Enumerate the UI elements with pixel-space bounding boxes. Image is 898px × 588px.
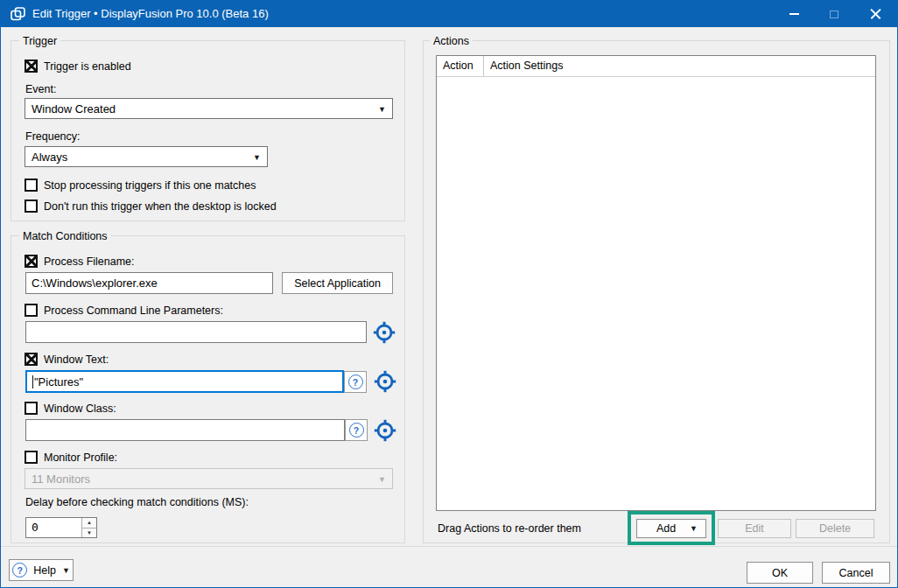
title-bar: Edit Trigger • DisplayFusion Pro 10.0 (B… bbox=[1, 1, 897, 27]
spin-down-button[interactable]: ▼ bbox=[82, 528, 96, 538]
stop-processing-row: Stop processing triggers if this one mat… bbox=[25, 178, 256, 192]
chevron-down-icon: ▼ bbox=[378, 475, 386, 484]
window-class-input[interactable] bbox=[25, 419, 345, 441]
spin-up-icon: ▲ bbox=[87, 520, 92, 525]
maximize-button[interactable] bbox=[814, 1, 853, 27]
delay-label: Delay before checking match conditions (… bbox=[25, 496, 249, 508]
ok-button[interactable]: OK bbox=[747, 562, 813, 584]
delay-spinner[interactable]: 0 ▲ ▼ bbox=[25, 517, 97, 538]
help-icon: ? bbox=[12, 563, 27, 578]
chevron-down-icon: ▼ bbox=[690, 524, 698, 533]
minimize-button[interactable] bbox=[775, 1, 814, 27]
window-picker-crosshair-icon[interactable] bbox=[374, 419, 396, 442]
event-dropdown[interactable]: Window Created ▼ bbox=[25, 98, 393, 119]
add-button[interactable]: Add ▼ bbox=[636, 519, 706, 538]
dont-run-locked-checkbox[interactable] bbox=[25, 200, 38, 213]
monitor-profile-dropdown: 11 Monitors ▼ bbox=[25, 468, 393, 489]
minimize-icon bbox=[789, 13, 799, 15]
chevron-down-icon: ▼ bbox=[253, 153, 261, 162]
frequency-label: Frequency: bbox=[25, 130, 81, 143]
delete-button[interactable]: Delete bbox=[796, 519, 874, 538]
chevron-down-icon: ▼ bbox=[378, 105, 386, 114]
delay-value[interactable]: 0 bbox=[26, 518, 81, 537]
trigger-enabled-checkbox[interactable] bbox=[25, 60, 38, 73]
window-class-row: Window Class: bbox=[25, 402, 116, 415]
actions-list-header: Action Action Settings bbox=[437, 56, 875, 77]
process-cmdline-row: Process Command Line Parameters: bbox=[25, 304, 223, 317]
spin-down-icon: ▼ bbox=[87, 530, 92, 536]
actions-group-label: Actions bbox=[430, 35, 473, 47]
window-text-label: Window Text: bbox=[44, 354, 109, 366]
spin-up-button[interactable]: ▲ bbox=[82, 518, 96, 528]
process-cmdline-label: Process Command Line Parameters: bbox=[44, 304, 223, 317]
window-text-row: Window Text: bbox=[25, 353, 109, 366]
process-filename-row: Process Filename: bbox=[25, 255, 135, 268]
help-button[interactable]: ? Help ▼ bbox=[9, 559, 74, 581]
help-icon: ? bbox=[348, 374, 363, 389]
edit-button[interactable]: Edit bbox=[718, 519, 791, 538]
edit-trigger-dialog: Edit Trigger • DisplayFusion Pro 10.0 (B… bbox=[0, 0, 898, 588]
window-text-input[interactable]: "Pictures" bbox=[25, 370, 344, 393]
window-picker-crosshair-icon[interactable] bbox=[373, 321, 396, 344]
footer-separator bbox=[1, 546, 898, 547]
actions-list-body bbox=[437, 78, 875, 510]
window-text-value: "Pictures" bbox=[34, 375, 83, 388]
stop-processing-checkbox[interactable] bbox=[25, 178, 38, 192]
action-settings-column-header[interactable]: Action Settings bbox=[484, 56, 875, 76]
actions-list: Action Action Settings bbox=[436, 55, 876, 511]
monitor-profile-row: Monitor Profile: bbox=[25, 451, 117, 464]
monitor-profile-dropdown-value: 11 Monitors bbox=[32, 472, 90, 486]
action-column-header[interactable]: Action bbox=[437, 56, 484, 76]
dont-run-locked-row: Don't run this trigger when the desktop … bbox=[25, 200, 277, 213]
stop-processing-label: Stop processing triggers if this one mat… bbox=[44, 179, 256, 192]
dont-run-locked-label: Don't run this trigger when the desktop … bbox=[44, 200, 277, 213]
trigger-enabled-row: Trigger is enabled bbox=[25, 60, 131, 73]
trigger-group-label: Trigger bbox=[19, 35, 60, 47]
window-text-checkbox[interactable] bbox=[25, 353, 38, 366]
event-label: Event: bbox=[25, 83, 56, 95]
frequency-dropdown-value: Always bbox=[32, 150, 67, 164]
select-application-button[interactable]: Select Application bbox=[282, 272, 393, 294]
event-dropdown-value: Window Created bbox=[32, 102, 116, 116]
match-conditions-group-label: Match Conditions bbox=[19, 230, 111, 242]
close-button[interactable] bbox=[853, 1, 897, 27]
text-caret bbox=[32, 375, 33, 388]
window-class-help-button[interactable]: ? bbox=[345, 419, 368, 441]
window-picker-crosshair-icon[interactable] bbox=[374, 370, 396, 393]
process-cmdline-checkbox[interactable] bbox=[25, 304, 38, 317]
chevron-down-icon: ▼ bbox=[62, 566, 70, 575]
displayfusion-app-icon bbox=[11, 7, 25, 21]
process-filename-checkbox[interactable] bbox=[25, 255, 38, 268]
monitor-profile-checkbox[interactable] bbox=[25, 451, 38, 464]
window-text-help-button[interactable]: ? bbox=[344, 371, 367, 393]
close-icon bbox=[870, 9, 881, 20]
frequency-dropdown[interactable]: Always ▼ bbox=[25, 146, 268, 167]
help-icon: ? bbox=[349, 423, 364, 438]
process-filename-label: Process Filename: bbox=[44, 256, 135, 268]
window-class-checkbox[interactable] bbox=[25, 402, 38, 415]
drag-hint-text: Drag Actions to re-order them bbox=[438, 522, 581, 535]
window-title: Edit Trigger • DisplayFusion Pro 10.0 (B… bbox=[32, 1, 269, 27]
window-class-label: Window Class: bbox=[44, 402, 116, 415]
monitor-profile-label: Monitor Profile: bbox=[44, 452, 117, 464]
maximize-icon bbox=[830, 10, 838, 18]
process-cmdline-input[interactable] bbox=[25, 321, 367, 343]
trigger-enabled-label: Trigger is enabled bbox=[44, 60, 131, 73]
process-filename-input[interactable] bbox=[25, 272, 273, 294]
cancel-button[interactable]: Cancel bbox=[822, 562, 890, 584]
